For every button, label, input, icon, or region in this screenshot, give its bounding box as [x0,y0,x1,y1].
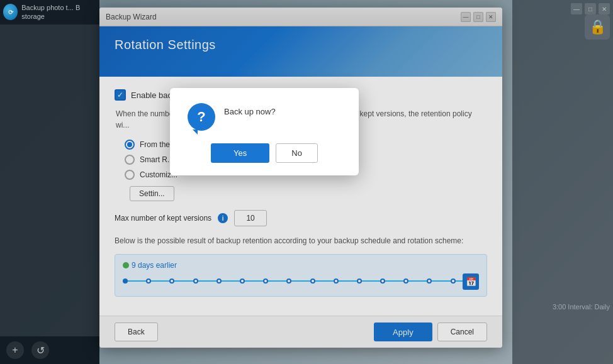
tl-dot-11 [357,279,362,284]
tl-dot-8 [286,279,291,284]
max-versions-input[interactable] [234,210,267,226]
dialog-question-icon: ? [188,103,215,131]
maximize-button[interactable]: □ [473,12,483,22]
right-info-text: 3:00 Interval: Daily [553,303,610,361]
dialog-yes-button[interactable]: Yes [211,143,269,163]
taskbar-bottom: + ↺ [0,336,99,364]
timeline-label: 9 days earlier [123,261,479,270]
right-panel: — □ ✕ 🔒 3:00 Interval: Daily [512,0,613,364]
max-versions-info-icon[interactable]: i [218,213,228,223]
radio-customiz[interactable] [125,170,135,180]
timeline-track: 📅 [123,275,479,287]
right-minimize-btn[interactable]: — [571,3,582,14]
taskbar-top: ⟳ Backup photo t... B storage [0,0,99,25]
taskbar: ⟳ Backup photo t... B storage + ↺ [0,0,99,364]
dialog-q-symbol: ? [197,110,205,124]
max-versions-row: Max number of kept versions i [115,210,487,226]
dialog-no-button[interactable]: No [276,143,318,163]
tl-dot-13 [403,279,408,284]
tl-dot-5 [217,279,222,284]
titlebar: Backup Wizard — □ ✕ [99,8,502,26]
history-button[interactable]: ↺ [31,341,49,359]
footer-right-buttons: Apply Cancel [374,323,487,341]
main-window: Backup Wizard — □ ✕ Rotation Settings ✓ … [99,8,502,348]
desktop: ⟳ Backup photo t... B storage + ↺ — □ ✕ … [0,0,613,364]
minimize-button[interactable]: — [461,12,471,22]
right-close-btn[interactable]: ✕ [599,3,610,14]
cancel-button[interactable]: Cancel [437,323,487,341]
app-icon: ⟳ [3,4,18,20]
tl-dot-2 [146,279,151,284]
tl-dot-12 [380,279,385,284]
right-window-controls: — □ ✕ [571,3,610,14]
tl-dot-9 [310,279,315,284]
tl-dot-7 [263,279,268,284]
add-button[interactable]: + [6,341,24,359]
tl-dot-15 [451,279,456,284]
dialog-content: ? Back up now? [188,103,341,131]
right-maximize-btn[interactable]: □ [585,3,596,14]
tl-dot-3 [169,279,174,284]
tl-dot-10 [334,279,339,284]
tl-dot-6 [240,279,245,284]
page-title: Rotation Settings [115,38,487,52]
calendar-icon[interactable]: 📅 [463,273,479,290]
radio-smart-r[interactable] [125,155,135,165]
radio-smart-r-label: Smart R... [140,155,174,164]
window-header: Rotation Settings [99,26,502,77]
timeline-container: 9 days earlier [115,254,487,297]
settings-button[interactable]: Settin... [130,186,174,201]
window-footer: Back Apply Cancel [99,316,502,348]
close-button[interactable]: ✕ [486,12,496,22]
back-button[interactable]: Back [115,323,158,341]
tl-dot-1 [123,279,128,284]
max-versions-label: Max number of kept versions [115,214,211,223]
window-title: Backup Wizard [106,13,157,21]
timeline-start-dot [123,262,129,268]
dialog-box: ? Back up now? Yes No [170,88,359,175]
apply-button[interactable]: Apply [374,323,432,341]
dialog-buttons: Yes No [188,143,341,163]
dialog-message: Back up now? [224,103,276,116]
lock-icon: 🔒 [585,14,610,40]
taskbar-label: Backup photo t... B storage [21,3,96,21]
tl-dot-4 [193,279,198,284]
timeline-label-text: 9 days earlier [132,261,177,270]
tl-dot-14 [427,279,432,284]
radio-from-the[interactable] [125,140,135,150]
window-controls: — □ ✕ [461,12,496,22]
timeline-dots-row [123,279,479,284]
enable-backup-checkbox[interactable]: ✓ [115,89,126,101]
below-text: Below is the possible result of backup r… [115,235,487,246]
